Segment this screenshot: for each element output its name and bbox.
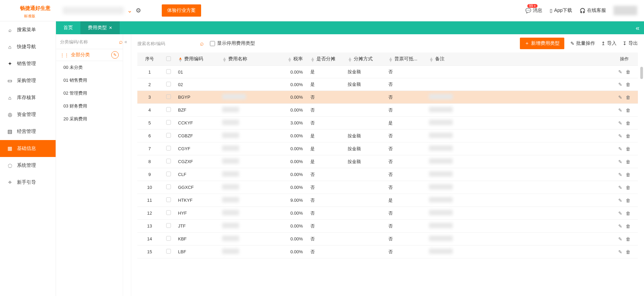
col-share[interactable]: ▲▼是否分摊 [308,53,345,66]
sidebar-item-5[interactable]: ◎资金管理 [0,106,56,123]
cell-checkbox[interactable] [162,130,175,142]
table-row[interactable]: 14KBF0.00%否否✎🗑 [137,233,638,245]
search-icon[interactable]: ⌕ [200,40,204,47]
category-item-1[interactable]: 01 销售费用 [56,74,123,87]
col-name[interactable]: ▲▼费用名称 [219,53,277,66]
row-checkbox[interactable] [166,197,171,202]
delete-row-icon[interactable]: 🗑 [626,95,630,100]
edit-row-icon[interactable]: ✎ [618,223,622,229]
edit-row-icon[interactable]: ✎ [618,133,622,139]
row-checkbox[interactable] [166,133,171,138]
delete-row-icon[interactable]: 🗑 [626,198,630,203]
table-row[interactable]: 9CLF0.00%否否✎🗑 [137,168,638,181]
delete-row-icon[interactable]: 🗑 [626,236,630,242]
sidebar-item-3[interactable]: ▭采购管理 [0,72,56,89]
row-checkbox[interactable] [166,184,171,189]
col-code[interactable]: ▲▼费用编码 [175,53,219,66]
delete-row-icon[interactable]: 🗑 [626,172,630,177]
select-all-checkbox[interactable] [166,56,171,61]
table-row[interactable]: 2020.00%是按金额否✎🗑 [137,78,638,91]
messages-link[interactable]: 💬 消息 99 + [525,7,542,14]
cell-checkbox[interactable] [162,91,175,104]
sidebar-item-4[interactable]: ⌂库存核算 [0,89,56,106]
user-avatar[interactable] [613,6,637,15]
show-disabled-checkbox-input[interactable] [210,41,215,46]
delete-row-icon[interactable]: 🗑 [626,69,630,75]
table-row[interactable]: 6CGBZF0.00%是按金额否✎🗑 [137,130,638,142]
edit-row-icon[interactable]: ✎ [618,211,622,216]
cell-checkbox[interactable] [162,104,175,117]
row-checkbox[interactable] [166,69,171,74]
customer-service-link[interactable]: 🎧 在线客服 [580,7,606,14]
col-method[interactable]: ▲▼分摊方式 [345,53,386,66]
cell-checkbox[interactable] [162,245,175,258]
col-remark[interactable]: ▲▼备注 [426,53,611,66]
delete-row-icon[interactable]: 🗑 [626,211,630,216]
sidebar-item-0[interactable]: ⌕搜索菜单 [0,21,56,38]
edit-row-icon[interactable]: ✎ [618,236,622,242]
cell-checkbox[interactable] [162,220,175,233]
delete-row-icon[interactable]: 🗑 [626,146,630,152]
edit-row-icon[interactable]: ✎ [618,82,622,87]
search-icon[interactable]: ⌕ [119,38,123,45]
row-checkbox[interactable] [166,236,171,241]
table-row[interactable]: 13JTF0.00%否否✎🗑 [137,220,638,233]
col-deductible[interactable]: ▲▼普票可抵... [386,53,426,66]
edit-row-icon[interactable]: ✎ [618,172,622,177]
table-row[interactable]: 8CGZXF0.00%是按金额否✎🗑 [137,155,638,168]
tab-0[interactable]: 首页 [56,21,80,34]
category-item-4[interactable]: 20 采购费用 [56,113,123,125]
category-item-2[interactable]: 02 管理费用 [56,87,123,100]
row-checkbox[interactable] [166,210,171,215]
category-all-row[interactable]: ⋮⋮ 全部分类 ✎ [56,49,123,61]
edit-row-icon[interactable]: ✎ [618,95,622,100]
delete-row-icon[interactable]: 🗑 [626,120,630,126]
sidebar-item-2[interactable]: ✦销售管理 [0,55,56,72]
edit-row-icon[interactable]: ✎ [618,146,622,152]
close-icon[interactable]: ✕ [109,25,112,30]
delete-row-icon[interactable]: 🗑 [626,107,630,113]
export-button[interactable]: ↧ 导出 [623,40,638,46]
sidebar-item-1[interactable]: ⌂快捷导航 [0,38,56,55]
col-seq[interactable]: 序号 [137,53,162,66]
table-search-input[interactable] [137,41,200,46]
row-checkbox[interactable] [166,159,171,163]
cell-checkbox[interactable] [162,207,175,220]
sidebar-item-7[interactable]: ▦基础信息 [0,140,56,157]
table-row[interactable]: 4BZF0.00%否否✎🗑 [137,104,638,117]
table-row[interactable]: 15LBF0.00%否否✎🗑 [137,245,638,258]
show-disabled-checkbox[interactable]: 显示停用费用类型 [210,40,255,46]
collapse-left-icon[interactable]: « [124,39,127,44]
table-row[interactable]: 1010.00%是按金额否✎🗑 [137,66,638,78]
delete-row-icon[interactable]: 🗑 [626,159,630,164]
row-checkbox[interactable] [166,94,171,99]
import-button[interactable]: ↥ 导入 [601,40,617,46]
cell-checkbox[interactable] [162,168,175,181]
delete-row-icon[interactable]: 🗑 [626,185,630,190]
edit-icon[interactable]: ✎ [111,51,119,59]
edit-row-icon[interactable]: ✎ [618,249,622,255]
tab-collapse-button[interactable]: « [631,24,644,32]
cell-checkbox[interactable] [162,181,175,194]
cell-checkbox[interactable] [162,155,175,168]
row-checkbox[interactable] [166,120,171,125]
row-checkbox[interactable] [166,82,171,86]
row-checkbox[interactable] [166,172,171,176]
sidebar-item-6[interactable]: ▤经营管理 [0,123,56,140]
col-rate[interactable]: ▲▼税率 [277,53,308,66]
category-item-0[interactable]: 00 未分类 [56,61,123,74]
tenant-selector[interactable]: ⌄ ⚙ [63,7,158,14]
edit-row-icon[interactable]: ✎ [618,198,622,203]
category-search-input[interactable] [60,39,117,44]
row-checkbox[interactable] [166,223,171,228]
table-row[interactable]: 10GGXCF0.00%否否✎🗑 [137,181,638,194]
delete-row-icon[interactable]: 🗑 [626,82,630,87]
edit-row-icon[interactable]: ✎ [618,107,622,113]
delete-row-icon[interactable]: 🗑 [626,223,630,229]
cell-checkbox[interactable] [162,142,175,155]
cell-checkbox[interactable] [162,66,175,78]
row-checkbox[interactable] [166,146,171,151]
table-row[interactable]: 11HTKYF9.00%否是✎🗑 [137,194,638,207]
edit-row-icon[interactable]: ✎ [618,159,622,164]
table-row[interactable]: 5CCKYF3.00%否是✎🗑 [137,117,638,130]
